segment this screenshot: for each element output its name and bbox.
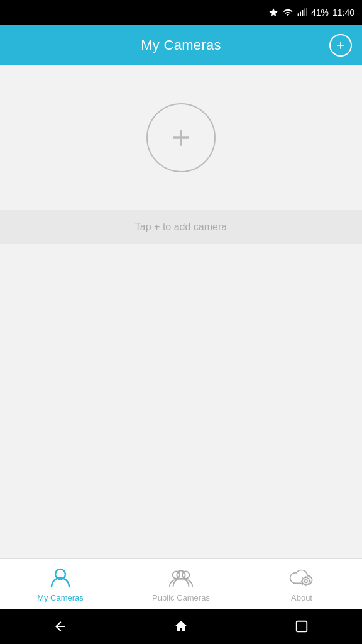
add-camera-area bbox=[0, 65, 362, 210]
public-cameras-icon bbox=[168, 565, 194, 591]
app-header: My Cameras bbox=[0, 25, 362, 65]
svg-point-7 bbox=[182, 572, 189, 579]
status-bar: 41% 11:40 bbox=[0, 0, 362, 25]
time-display: 11:40 bbox=[332, 8, 354, 18]
add-camera-header-button[interactable] bbox=[329, 34, 352, 57]
svg-rect-0 bbox=[298, 13, 299, 16]
back-button[interactable] bbox=[48, 614, 73, 639]
empty-space bbox=[0, 244, 362, 558]
add-camera-circle-button[interactable] bbox=[146, 103, 216, 172]
main-content: Tap + to add camera bbox=[0, 65, 362, 558]
signal-icon bbox=[297, 8, 307, 18]
tab-public-cameras[interactable]: Public Cameras bbox=[121, 565, 241, 602]
add-circle-icon bbox=[167, 124, 195, 152]
star-icon bbox=[268, 8, 278, 18]
add-icon bbox=[334, 39, 347, 52]
my-cameras-icon bbox=[48, 565, 73, 591]
svg-rect-1 bbox=[300, 12, 301, 16]
about-label: About bbox=[291, 593, 312, 602]
svg-line-16 bbox=[309, 584, 309, 584]
svg-line-15 bbox=[302, 578, 303, 579]
battery-indicator: 41% bbox=[311, 8, 329, 18]
bottom-navigation: My Cameras Public Cameras bbox=[0, 558, 362, 609]
wifi-icon bbox=[282, 8, 293, 18]
recent-button[interactable] bbox=[289, 614, 314, 639]
svg-rect-2 bbox=[302, 10, 303, 16]
svg-rect-19 bbox=[297, 621, 307, 632]
svg-line-18 bbox=[302, 584, 303, 584]
public-cameras-label: Public Cameras bbox=[152, 593, 210, 602]
page-title: My Cameras bbox=[141, 37, 221, 53]
svg-point-8 bbox=[177, 571, 185, 579]
svg-point-6 bbox=[173, 572, 180, 579]
hint-bar: Tap + to add camera bbox=[0, 210, 362, 244]
hint-text: Tap + to add camera bbox=[135, 221, 227, 233]
tab-my-cameras[interactable]: My Cameras bbox=[0, 565, 121, 602]
status-icons: 41% 11:40 bbox=[268, 8, 354, 18]
svg-rect-3 bbox=[304, 8, 305, 16]
android-nav-bar bbox=[0, 609, 362, 644]
my-cameras-label: My Cameras bbox=[37, 593, 84, 602]
svg-line-17 bbox=[309, 578, 309, 579]
svg-rect-4 bbox=[306, 8, 307, 16]
tab-about[interactable]: About bbox=[241, 565, 362, 602]
about-icon bbox=[289, 565, 314, 591]
home-button[interactable] bbox=[168, 614, 194, 639]
